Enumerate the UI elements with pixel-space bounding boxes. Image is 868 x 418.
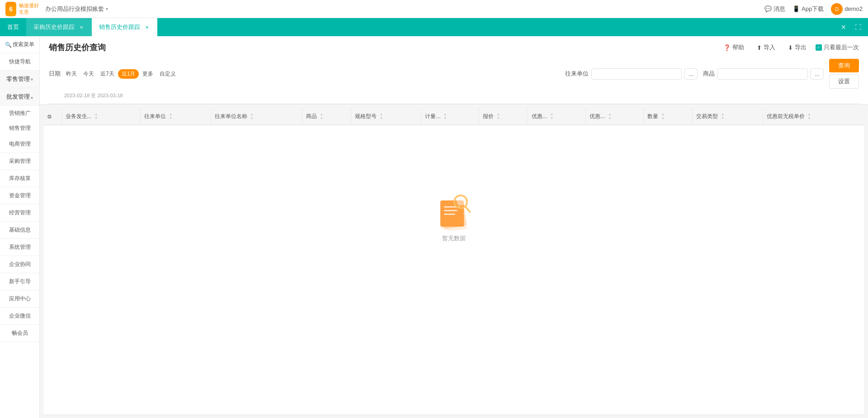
wholesale-expand-icon: ▴ [31, 95, 33, 100]
date-tab-yesterday[interactable]: 昨天 [63, 69, 80, 79]
partner-input[interactable] [591, 68, 682, 80]
tab-purchase-close-icon[interactable]: ✕ [78, 24, 85, 30]
sidebar-enterprise-label: 企业协同 [9, 261, 31, 268]
sidebar-basic-info-label: 基础信息 [9, 226, 31, 234]
tab-purchase-history[interactable]: 采购历史价跟踪 ✕ [26, 18, 92, 36]
goods-ellipsis-button[interactable]: ... [811, 68, 824, 80]
table-container: ⚙ 业务发生... ▲▼ 往来单位 ▲▼ 往来单位名称 ▲▼ [43, 108, 864, 414]
user-menu[interactable]: D demo2 [831, 3, 863, 15]
partner-filter-group: 往来单位 ... [565, 68, 698, 80]
date-tab-custom[interactable]: 自定义 [157, 69, 179, 79]
column-trade-type[interactable]: 交易类型 ▲▼ [693, 108, 763, 125]
column-partner-name-label: 往来单位名称 [215, 113, 247, 119]
sidebar-quick-nav-label: 快捷导航 [9, 58, 31, 66]
column-discount1[interactable]: 优惠... ▲▼ [528, 108, 586, 125]
gear-icon: ⚙ [47, 114, 52, 120]
column-pretax-price-label: 优惠前无税单价 [767, 113, 805, 119]
sidebar-item-member[interactable]: 畅会员 [0, 325, 39, 342]
date-tabs: 昨天 今天 近7天 近1月 更多 自定义 [63, 69, 179, 79]
sidebar-item-system[interactable]: 系统管理 [0, 239, 39, 256]
message-button[interactable]: 💬 消息 [764, 5, 785, 13]
sidebar-item-finance[interactable]: 资金管理 [0, 187, 39, 204]
sort-icon: ▲▼ [497, 113, 500, 120]
search-icon: 🔍 [5, 42, 12, 48]
filter-area: 日期 昨天 今天 近7天 近1月 更多 自定义 往来单位 [49, 59, 859, 104]
column-spec[interactable]: 规格型号 ▲▼ [351, 108, 421, 125]
empty-illustration [431, 189, 476, 234]
sidebar-item-purchase[interactable]: 采购管理 [0, 153, 39, 170]
close-all-tabs-button[interactable]: ✕ [837, 21, 850, 33]
column-price[interactable]: 报价 ▲▼ [479, 108, 528, 125]
sort-icon: ▲▼ [807, 113, 811, 120]
tab-purchase-history-label: 采购历史价跟踪 [33, 23, 75, 31]
column-price-label: 报价 [483, 113, 494, 119]
svg-point-8 [457, 198, 465, 206]
column-unit-label: 计量... [425, 113, 440, 119]
sidebar-item-wholesale[interactable]: 批发管理 ▴ [0, 88, 39, 106]
sidebar-item-operations[interactable]: 经营管理 [0, 204, 39, 222]
settings-button[interactable]: 设置 [829, 74, 859, 89]
partner-ellipsis-button[interactable]: ... [684, 68, 698, 80]
date-tab-7days[interactable]: 近7天 [98, 69, 117, 79]
workspace-name: 办公用品行业模拟账套 [45, 5, 104, 13]
export-button[interactable]: ⬇ 导出 [784, 42, 810, 53]
page-title: 销售历史价查询 [49, 42, 106, 53]
column-pretax-price[interactable]: 优惠前无税单价 ▲▼ [763, 108, 864, 125]
date-tab-more[interactable]: 更多 [140, 69, 156, 79]
sidebar-item-inventory[interactable]: 库存核算 [0, 170, 39, 187]
column-partner-code[interactable]: 往来单位 ▲▼ [141, 108, 211, 125]
show-last-checkbox[interactable]: ✓ 只看最后一次 [816, 43, 859, 52]
sidebar-item-enterprise[interactable]: 企业协同 [0, 256, 39, 273]
date-tab-today[interactable]: 今天 [80, 69, 97, 79]
tab-sales-history[interactable]: 销售历史价跟踪 ✕ [92, 18, 157, 36]
content-area: 销售历史价查询 ❓ 帮助 ⬆ 导入 ⬇ 导出 ✓ [40, 36, 868, 418]
goods-input[interactable] [717, 68, 808, 80]
sidebar-item-search[interactable]: 🔍 搜索菜单 [0, 36, 39, 53]
sort-icon: ▲▼ [169, 113, 173, 120]
column-goods[interactable]: 商品 ▲▼ [302, 108, 351, 125]
date-range-text: 2023-02-18 至 2023-03-18 [64, 92, 123, 99]
tab-sales-close-icon[interactable]: ✕ [144, 24, 150, 30]
username: demo2 [844, 5, 863, 12]
sidebar-item-quick-nav[interactable]: 快捷导航 [0, 53, 39, 71]
column-partner-name[interactable]: 往来单位名称 ▲▼ [211, 108, 302, 125]
svg-line-9 [465, 206, 470, 212]
sidebar-finance-label: 资金管理 [9, 192, 31, 200]
workspace-selector[interactable]: 办公用品行业模拟账套 ▾ [45, 5, 108, 13]
sidebar-item-marketing[interactable]: 营销推广 [0, 106, 39, 121]
column-discount1-label: 优惠... [532, 113, 547, 119]
sidebar-item-app-center[interactable]: 应用中心 [0, 290, 39, 308]
sidebar-item-sales-mgmt[interactable]: 销售管理 [0, 121, 39, 136]
goods-filter-group: 商品 ... [703, 68, 824, 80]
tab-sales-history-label: 销售历史价跟踪 [99, 23, 140, 31]
column-quantity-label: 数量 [647, 113, 658, 119]
help-label: 帮助 [732, 43, 744, 52]
sidebar-item-wechat[interactable]: 企业微信 [0, 308, 39, 325]
svg-rect-6 [444, 214, 455, 215]
app-download-button[interactable]: 📱 App下载 [793, 5, 824, 13]
column-gear[interactable]: ⚙ [43, 108, 61, 125]
column-discount2[interactable]: 优惠... ▲▼ [586, 108, 644, 125]
fullscreen-button[interactable]: ⛶ [852, 21, 864, 33]
sidebar-item-newbie[interactable]: 新手引导 [0, 273, 39, 290]
column-quantity[interactable]: 数量 ▲▼ [644, 108, 693, 125]
sidebar-item-retail[interactable]: 零售管理 ▾ [0, 71, 39, 88]
avatar: D [831, 3, 843, 15]
query-button[interactable]: 查询 [829, 59, 859, 72]
sidebar: 🔍 搜索菜单 快捷导航 零售管理 ▾ 批发管理 ▴ 营销推广 销售管理 电商管理… [0, 36, 40, 418]
help-button[interactable]: ❓ 帮助 [720, 42, 748, 53]
sidebar-newbie-label: 新手引导 [9, 278, 31, 285]
sidebar-purchase-label: 采购管理 [9, 157, 31, 165]
import-button[interactable]: ⬆ 导入 [753, 42, 779, 53]
date-tab-1month[interactable]: 近1月 [118, 69, 139, 79]
column-business-date[interactable]: 业务发生... ▲▼ [61, 108, 141, 125]
tab-home[interactable]: 首页 [0, 18, 26, 36]
empty-state: 暂无数据 [43, 125, 864, 306]
sidebar-member-label: 畅会员 [12, 329, 28, 337]
app-logo-icon: 6 [5, 2, 16, 16]
sidebar-item-ecommerce[interactable]: 电商管理 [0, 136, 39, 153]
column-business-date-label: 业务发生... [66, 113, 92, 119]
sidebar-item-basic-info[interactable]: 基础信息 [0, 222, 39, 239]
column-unit[interactable]: 计量... ▲▼ [421, 108, 479, 125]
column-discount2-label: 优惠... [590, 113, 605, 119]
